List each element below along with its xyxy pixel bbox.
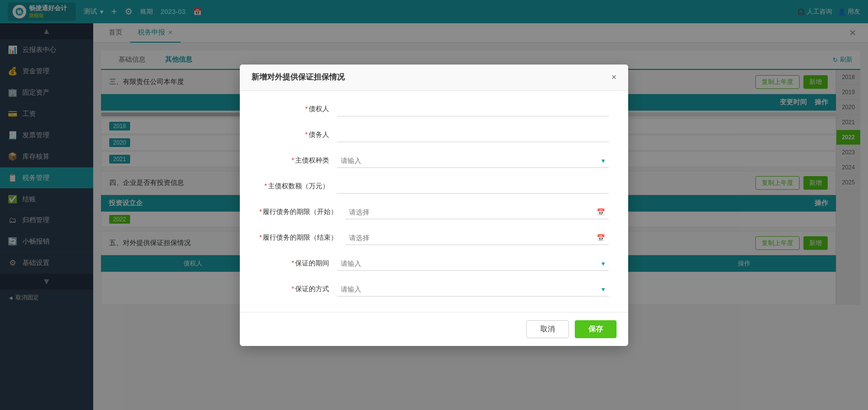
label-creditor: *债权人 [259,105,337,114]
label-debt-type: *主债权种类 [259,156,337,165]
dialog-footer: 取消 保存 [240,312,628,346]
date-period-end[interactable]: 📅 [345,231,609,245]
label-guarantee-method: *保证的方式 [259,285,337,294]
chevron-down2-icon[interactable]: ▾ [601,260,605,267]
select-debt-type[interactable]: ▾ [337,154,609,168]
form-row-debt-type: *主债权种类 ▾ [259,154,609,168]
cancel-button[interactable]: 取消 [526,320,569,338]
dialog-body: *债权人 *债务人 *主债权种类 ▾ [240,91,628,312]
label-guarantee-period: *保证的期间 [259,259,337,268]
select-guarantee-period[interactable]: ▾ [337,257,609,271]
input-debt-amount[interactable] [337,180,609,194]
input-debt-type[interactable] [341,157,601,164]
calendar-start-icon[interactable]: 📅 [597,208,605,216]
label-debt-amount: *主债权数额（万元） [259,182,337,191]
form-row-period-end: *履行债务的期限（结束） 📅 [259,231,609,245]
input-creditor[interactable] [337,102,609,116]
chevron-down3-icon[interactable]: ▾ [601,285,605,293]
form-row-guarantee-period: *保证的期间 ▾ [259,257,609,271]
label-period-end: *履行债务的期限（结束） [259,233,345,242]
form-row-debtor: *债务人 [259,128,609,142]
label-period-start: *履行债务的期限（开始） [259,208,345,216]
calendar-end-icon[interactable]: 📅 [597,234,605,242]
form-row-period-start: *履行债务的期限（开始） 📅 [259,205,609,219]
save-button[interactable]: 保存 [575,320,617,338]
form-row-debt-amount: *主债权数额（万元） [259,180,609,194]
chevron-down-icon[interactable]: ▾ [601,157,605,164]
input-guarantee-period[interactable] [341,260,601,267]
form-row-guarantee-method: *保证的方式 ▾ [259,282,609,296]
dialog-overlay: 新增对外提供保证担保情况 × *债权人 *债务人 *主债权种类 [0,0,868,410]
input-debtor[interactable] [337,128,609,142]
label-debtor: *债务人 [259,131,337,139]
select-guarantee-method[interactable]: ▾ [337,282,609,296]
input-guarantee-method[interactable] [341,285,601,293]
dialog-header: 新增对外提供保证担保情况 × [240,65,628,91]
input-period-end[interactable] [349,234,597,242]
dialog: 新增对外提供保证担保情况 × *债权人 *债务人 *主债权种类 [240,65,628,346]
date-period-start[interactable]: 📅 [345,205,609,219]
dialog-close-btn[interactable]: × [611,73,617,82]
form-row-creditor: *债权人 [259,102,609,116]
input-period-start[interactable] [349,208,597,216]
dialog-title: 新增对外提供保证担保情况 [251,72,345,82]
